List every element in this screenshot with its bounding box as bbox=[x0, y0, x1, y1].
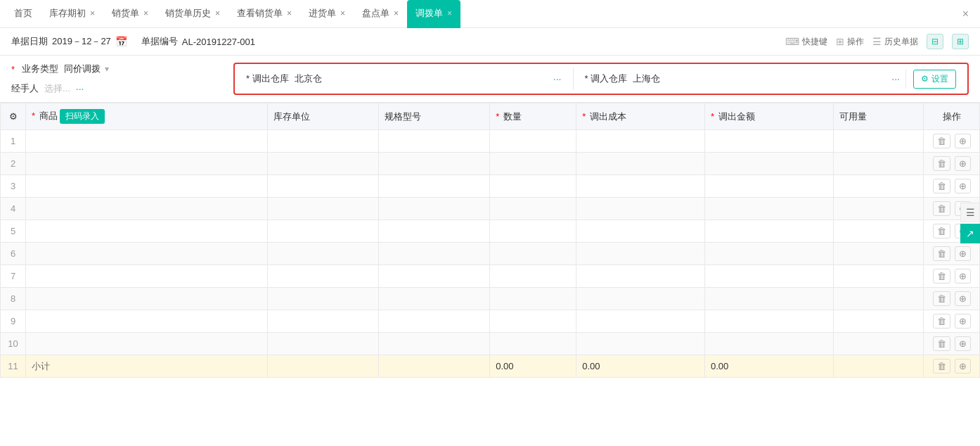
cell-available[interactable] bbox=[833, 265, 923, 288]
cell-product[interactable] bbox=[26, 198, 268, 220]
cell-amount[interactable] bbox=[704, 310, 833, 333]
cell-unit[interactable] bbox=[267, 175, 378, 198]
copy-row-btn[interactable]: ⊕ bbox=[955, 291, 971, 306]
cell-amount[interactable] bbox=[704, 243, 833, 265]
delete-row-btn[interactable]: 🗑 bbox=[933, 359, 950, 374]
copy-row-btn[interactable]: ⊕ bbox=[955, 359, 971, 374]
in-warehouse-more[interactable]: ··· bbox=[891, 73, 900, 84]
cell-qty[interactable] bbox=[490, 265, 576, 288]
tab-close-sales-order[interactable]: × bbox=[143, 8, 148, 18]
cell-qty[interactable] bbox=[490, 220, 576, 243]
cell-available[interactable] bbox=[833, 175, 923, 198]
cell-cost[interactable] bbox=[576, 333, 705, 355]
tab-close-sales-history[interactable]: × bbox=[215, 8, 220, 18]
in-warehouse-value[interactable]: 上海仓 bbox=[633, 72, 660, 85]
tab-sales-order[interactable]: 销货单 × bbox=[103, 0, 157, 28]
tab-inventory-init[interactable]: 库存期初 × bbox=[41, 0, 103, 28]
delete-row-btn[interactable]: 🗑 bbox=[933, 224, 950, 238]
copy-row-btn[interactable]: ⊕ bbox=[955, 246, 971, 261]
tab-purchase-order[interactable]: 进货单 × bbox=[300, 0, 354, 28]
out-warehouse-more[interactable]: ··· bbox=[553, 73, 562, 84]
cell-spec[interactable] bbox=[379, 333, 490, 355]
delete-row-btn[interactable]: 🗑 bbox=[933, 269, 950, 283]
handler-more-btn[interactable]: ··· bbox=[76, 83, 84, 94]
tab-close-view-sales[interactable]: × bbox=[287, 8, 292, 18]
cell-cost[interactable] bbox=[576, 243, 705, 265]
cell-cost[interactable] bbox=[576, 288, 705, 310]
cell-qty[interactable] bbox=[490, 243, 576, 265]
cell-amount[interactable] bbox=[704, 265, 833, 288]
tab-close-purchase-order[interactable]: × bbox=[340, 8, 345, 18]
cell-cost[interactable] bbox=[576, 175, 705, 198]
cell-spec[interactable] bbox=[379, 198, 490, 220]
tab-close-inventory-check[interactable]: × bbox=[394, 8, 399, 18]
cell-qty[interactable] bbox=[490, 175, 576, 198]
cell-spec[interactable] bbox=[379, 310, 490, 333]
out-warehouse-value[interactable]: 北京仓 bbox=[295, 72, 322, 85]
cell-spec[interactable] bbox=[379, 243, 490, 265]
cell-cost[interactable] bbox=[576, 265, 705, 288]
cell-amount[interactable] bbox=[704, 198, 833, 220]
cell-product[interactable] bbox=[26, 243, 268, 265]
cell-unit[interactable] bbox=[267, 310, 378, 333]
tab-view-sales[interactable]: 查看销货单 × bbox=[228, 0, 300, 28]
th-gear[interactable]: ⚙ bbox=[1, 103, 26, 130]
cell-amount[interactable] bbox=[704, 288, 833, 310]
cell-qty[interactable] bbox=[490, 333, 576, 355]
cell-product[interactable] bbox=[26, 288, 268, 310]
copy-row-btn[interactable]: ⊕ bbox=[955, 314, 971, 329]
delete-row-btn[interactable]: 🗑 bbox=[933, 156, 950, 171]
grid-view-btn-2[interactable]: ⊞ bbox=[952, 34, 969, 49]
settings-button[interactable]: ⚙ 设置 bbox=[913, 70, 956, 89]
cell-qty[interactable] bbox=[490, 130, 576, 153]
cell-amount[interactable] bbox=[704, 153, 833, 175]
right-float-list-btn[interactable]: ☰ bbox=[960, 203, 980, 222]
delete-row-btn[interactable]: 🗑 bbox=[933, 201, 950, 216]
cell-amount[interactable] bbox=[704, 333, 833, 355]
delete-row-btn[interactable]: 🗑 bbox=[933, 336, 950, 351]
cell-available[interactable] bbox=[833, 243, 923, 265]
cell-qty[interactable] bbox=[490, 310, 576, 333]
cell-unit[interactable] bbox=[267, 153, 378, 175]
cell-available[interactable] bbox=[833, 288, 923, 310]
tab-close-transfer-order[interactable]: × bbox=[447, 8, 452, 18]
cell-cost[interactable] bbox=[576, 153, 705, 175]
cell-product[interactable] bbox=[26, 265, 268, 288]
cell-spec[interactable] bbox=[379, 130, 490, 153]
cell-qty[interactable] bbox=[490, 153, 576, 175]
delete-row-btn[interactable]: 🗑 bbox=[933, 179, 950, 193]
delete-row-btn[interactable]: 🗑 bbox=[933, 134, 950, 148]
shortcuts-btn[interactable]: ⌨ 快捷键 bbox=[785, 36, 827, 48]
window-close-button[interactable]: × bbox=[962, 8, 969, 20]
tab-inventory-check[interactable]: 盘点单 × bbox=[354, 0, 407, 28]
cell-available[interactable] bbox=[833, 310, 923, 333]
tab-home[interactable]: 首页 bbox=[6, 0, 41, 28]
cell-unit[interactable] bbox=[267, 333, 378, 355]
cell-spec[interactable] bbox=[379, 220, 490, 243]
cell-amount[interactable] bbox=[704, 220, 833, 243]
copy-row-btn[interactable]: ⊕ bbox=[955, 269, 971, 283]
cell-product[interactable] bbox=[26, 333, 268, 355]
cell-spec[interactable] bbox=[379, 265, 490, 288]
cell-amount[interactable] bbox=[704, 130, 833, 153]
right-float-export-btn[interactable]: ↗ bbox=[960, 224, 980, 243]
delete-row-btn[interactable]: 🗑 bbox=[933, 314, 950, 329]
cell-product[interactable] bbox=[26, 220, 268, 243]
cell-product[interactable] bbox=[26, 310, 268, 333]
delete-row-btn[interactable]: 🗑 bbox=[933, 246, 950, 261]
grid-view-btn[interactable]: ⊟ bbox=[927, 34, 943, 49]
cell-unit[interactable] bbox=[267, 265, 378, 288]
calendar-icon[interactable]: 📅 bbox=[115, 36, 127, 47]
copy-row-btn[interactable]: ⊕ bbox=[955, 336, 971, 351]
cell-spec[interactable] bbox=[379, 175, 490, 198]
tab-close-inventory-init[interactable]: × bbox=[90, 8, 95, 18]
cell-cost[interactable] bbox=[576, 310, 705, 333]
cell-unit[interactable] bbox=[267, 288, 378, 310]
cell-unit[interactable] bbox=[267, 198, 378, 220]
cell-product[interactable] bbox=[26, 130, 268, 153]
delete-row-btn[interactable]: 🗑 bbox=[933, 291, 950, 306]
cell-amount[interactable] bbox=[704, 175, 833, 198]
cell-cost[interactable] bbox=[576, 220, 705, 243]
copy-row-btn[interactable]: ⊕ bbox=[955, 156, 971, 171]
business-type-select[interactable]: 同价调拨 ▾ bbox=[64, 63, 148, 75]
